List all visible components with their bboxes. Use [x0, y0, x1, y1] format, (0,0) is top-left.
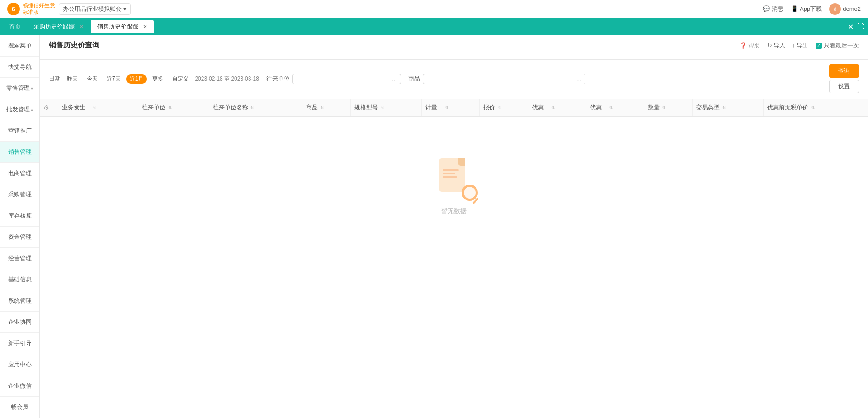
- sidebar-item-retail[interactable]: 零售管理 ▾: [0, 78, 39, 99]
- query-button[interactable]: 查询: [829, 64, 859, 78]
- date-btn-today[interactable]: 今天: [83, 74, 101, 84]
- sidebar-label-wechat: 企业微信: [8, 382, 32, 390]
- date-btn-yesterday[interactable]: 昨天: [63, 74, 81, 84]
- th-pretax[interactable]: 优惠前无税单价 ⇅: [764, 99, 868, 117]
- sort-icon-partner-name: ⇅: [250, 105, 254, 110]
- sidebar-label-marketing: 营销推广: [8, 127, 32, 135]
- sidebar-item-app-center[interactable]: 应用中心: [0, 354, 39, 375]
- sidebar-item-enterprise[interactable]: 企业协同: [0, 312, 39, 333]
- date-filter-group: 日期 昨天 今天 近7天 近1月 更多 自定义 2023-02-18 至 202…: [49, 74, 259, 84]
- tab-sales-close[interactable]: ✕: [143, 24, 147, 30]
- sidebar-item-basic-info[interactable]: 基础信息: [0, 269, 39, 290]
- th-biz-date[interactable]: 业务发生... ⇅: [58, 99, 138, 117]
- th-trade-type[interactable]: 交易类型 ⇅: [693, 99, 764, 117]
- tab-purchase[interactable]: 采购历史价跟踪 ✕: [27, 20, 90, 33]
- logo-text: 畅捷信好生意 标准版: [23, 2, 55, 15]
- th-discount1[interactable]: 优惠... ⇅: [528, 99, 586, 117]
- th-quote-label: 报价: [483, 104, 495, 111]
- tab-close-all-btn[interactable]: ✕: [848, 23, 854, 31]
- th-partner-code[interactable]: 往来单位 ⇅: [138, 99, 209, 117]
- sidebar-item-finance[interactable]: 资金管理: [0, 227, 39, 248]
- empty-illustration: [429, 153, 479, 203]
- sort-icon-product: ⇅: [321, 105, 324, 110]
- sidebar-label-retail: 零售管理: [6, 84, 30, 92]
- wholesale-wrap: 批发管理 ▴: [6, 105, 33, 114]
- tab-purchase-label: 采购历史价跟踪: [33, 23, 75, 31]
- th-discount2[interactable]: 优惠... ⇅: [586, 99, 644, 117]
- product-input[interactable]: ...: [423, 74, 585, 84]
- sidebar-item-wholesale[interactable]: 批发管理 ▴: [0, 99, 39, 120]
- tab-bar-right: ✕ ⛶: [848, 23, 864, 31]
- th-partner-name[interactable]: 往来单位名称 ⇅: [209, 99, 302, 117]
- th-product[interactable]: 商品 ⇅: [302, 99, 350, 117]
- date-btn-custom[interactable]: 自定义: [169, 74, 192, 84]
- only-last-label: 只看最后一次: [824, 42, 859, 50]
- date-label: 日期: [49, 75, 61, 83]
- sidebar-item-ecommerce[interactable]: 电商管理: [0, 163, 39, 184]
- sort-icon-quote: ⇅: [498, 105, 501, 110]
- date-btn-more[interactable]: 更多: [149, 74, 167, 84]
- sidebar-item-search-menu[interactable]: 搜索菜单: [0, 35, 39, 57]
- date-btn-7days[interactable]: 近7天: [103, 74, 124, 84]
- product-ellipsis: ...: [576, 76, 581, 82]
- sidebar-item-vip[interactable]: 畅会员: [0, 397, 39, 418]
- sidebar-label-search-menu: 搜索菜单: [8, 42, 32, 50]
- data-table: ⚙ 业务发生... ⇅ 往来单位 ⇅ 往来单位名称 ⇅: [40, 99, 868, 252]
- tab-sales[interactable]: 销售历史价跟踪 ✕: [91, 20, 154, 33]
- logo-area: 6 畅捷信好生意 标准版: [7, 2, 55, 15]
- logo-line1: 畅捷信好生意: [23, 2, 55, 9]
- message-btn[interactable]: 💬 消息: [763, 5, 783, 13]
- th-partner-name-label: 往来单位名称: [213, 104, 248, 111]
- th-product-label: 商品: [306, 104, 318, 111]
- sidebar-item-quick-nav[interactable]: 快捷导航: [0, 57, 39, 78]
- th-qty[interactable]: 数量 ⇅: [644, 99, 692, 117]
- export-btn[interactable]: ↓ 导出: [793, 42, 809, 50]
- sidebar-item-purchase-mgmt[interactable]: 采购管理: [0, 184, 39, 205]
- only-last-checkbox[interactable]: ✓ 只看最后一次: [816, 42, 859, 50]
- app-selector[interactable]: 办公用品行业模拟账套 ▾: [59, 3, 131, 15]
- product-filter-group: 商品 ...: [408, 74, 585, 84]
- table-container: ⚙ 业务发生... ⇅ 往来单位 ⇅ 往来单位名称 ⇅: [40, 99, 868, 418]
- tab-home[interactable]: 首页: [4, 23, 26, 31]
- page-header-top: 销售历史价查询 ❓ 帮助 ↻ 导入 ↓ 导出 ✓: [49, 41, 859, 50]
- sidebar-item-sales-mgmt[interactable]: 销售管理: [0, 142, 39, 163]
- partner-input[interactable]: ...: [292, 74, 401, 84]
- gear-icon[interactable]: ⚙: [43, 104, 49, 111]
- th-qty-label: 数量: [648, 104, 660, 111]
- sidebar-item-marketing[interactable]: 营销推广: [0, 120, 39, 142]
- user-name: demo2: [843, 5, 861, 12]
- tab-bar: 首页 采购历史价跟踪 ✕ 销售历史价跟踪 ✕ ✕ ⛶: [0, 18, 868, 35]
- tab-fullscreen-btn[interactable]: ⛶: [857, 23, 864, 31]
- date-btn-1month[interactable]: 近1月: [126, 74, 147, 84]
- checkbox-icon: ✓: [816, 43, 822, 49]
- sort-icon-partner-code: ⇅: [168, 105, 172, 110]
- partner-label: 往来单位: [266, 75, 290, 83]
- sort-icon-biz-date: ⇅: [93, 105, 96, 110]
- help-btn[interactable]: ❓ 帮助: [740, 42, 760, 50]
- th-quote[interactable]: 报价 ⇅: [480, 99, 528, 117]
- th-spec[interactable]: 规格型号 ⇅: [351, 99, 422, 117]
- filter-row: 日期 昨天 今天 近7天 近1月 更多 自定义 2023-02-18 至 202…: [49, 64, 859, 93]
- filter-right-buttons: 查询 设置: [829, 64, 859, 93]
- top-bar: 6 畅捷信好生意 标准版 办公用品行业模拟账套 ▾ 💬 消息 📱 App下载 d…: [0, 0, 868, 18]
- sidebar-item-newbie[interactable]: 新手引导: [0, 333, 39, 354]
- home-label: 首页: [9, 23, 21, 30]
- sidebar-item-operation[interactable]: 经营管理: [0, 248, 39, 269]
- app-download-label: App下载: [800, 5, 822, 13]
- chevron-up-icon: ▴: [31, 107, 33, 112]
- sidebar-label-enterprise: 企业协同: [8, 318, 32, 326]
- sidebar-item-inventory[interactable]: 库存核算: [0, 205, 39, 227]
- user-profile[interactable]: d demo2: [829, 3, 861, 15]
- doc-line3: [443, 176, 457, 178]
- th-discount2-label: 优惠...: [590, 104, 607, 111]
- sidebar-item-wechat[interactable]: 企业微信: [0, 375, 39, 397]
- tab-purchase-close[interactable]: ✕: [79, 24, 84, 30]
- download-icon: 📱: [791, 5, 798, 12]
- app-download-btn[interactable]: 📱 App下载: [791, 5, 822, 13]
- sidebar-item-system[interactable]: 系统管理: [0, 290, 39, 312]
- main-layout: 搜索菜单 快捷导航 零售管理 ▾ 批发管理 ▴ 营销推广 销售管理 电商管理 采: [0, 35, 868, 418]
- th-unit[interactable]: 计量... ⇅: [422, 99, 480, 117]
- import-btn[interactable]: ↻ 导入: [767, 42, 785, 50]
- setting-button[interactable]: 设置: [829, 80, 859, 93]
- sidebar-label-system: 系统管理: [8, 297, 32, 305]
